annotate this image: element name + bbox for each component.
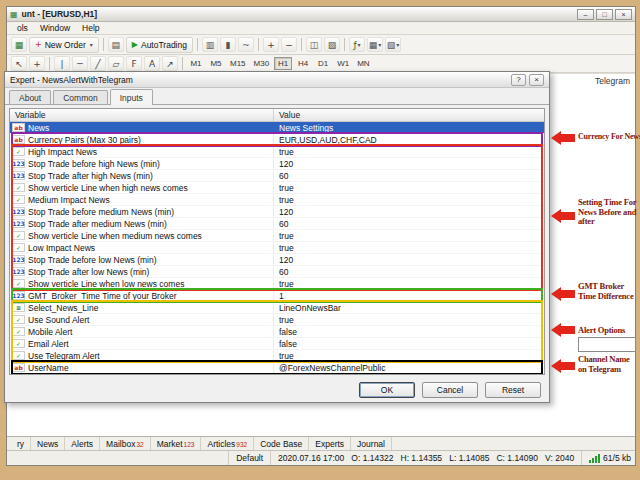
variable-value[interactable]: true: [274, 147, 544, 157]
input-row-14[interactable]: ✓Show verticle Line when low news comest…: [10, 278, 544, 290]
cancel-button[interactable]: Cancel: [422, 382, 478, 398]
variable-value[interactable]: true: [274, 351, 544, 361]
window-titlebar[interactable]: ▦ unt - [EURUSD,H1] –□×: [7, 7, 635, 22]
timeframe-h1[interactable]: H1: [274, 57, 292, 70]
menu-item-help[interactable]: Help: [76, 23, 105, 33]
input-row-20[interactable]: ✓Use Telegram Alerttrue: [10, 350, 544, 362]
templates-icon[interactable]: ▧▾: [385, 37, 401, 52]
tab-about[interactable]: About: [9, 90, 51, 104]
status-profile[interactable]: Default: [229, 451, 271, 465]
terminal-tab-articles[interactable]: Articles932: [201, 437, 254, 450]
vertical-line-icon[interactable]: |: [54, 56, 70, 71]
equidistant-channel-icon[interactable]: ▱: [108, 56, 124, 71]
input-row-21[interactable]: abUserName@ForexNewsChannelPublic: [10, 362, 544, 374]
variable-value[interactable]: true: [274, 243, 544, 253]
terminal-tab-alerts[interactable]: Alerts: [65, 437, 100, 450]
input-row-18[interactable]: ✓Mobile Alertfalse: [10, 326, 544, 338]
variable-value[interactable]: 60: [274, 171, 544, 181]
profiles-icon[interactable]: ▤: [108, 37, 124, 52]
restore-button[interactable]: □: [596, 9, 613, 20]
variable-value[interactable]: true: [274, 231, 544, 241]
variable-value[interactable]: 60: [274, 219, 544, 229]
variable-value[interactable]: EUR,USD,AUD,CHF,CAD: [274, 135, 544, 145]
close-button[interactable]: ×: [615, 9, 632, 20]
text-label-icon[interactable]: A: [144, 56, 160, 71]
terminal-tab-market[interactable]: Market123: [151, 437, 202, 450]
timeframe-m1[interactable]: M1: [187, 57, 205, 70]
variable-value[interactable]: LineOnNewsBar: [274, 303, 544, 313]
candlestick-chart-icon[interactable]: ▮: [220, 37, 236, 52]
terminal-tab-journal[interactable]: Journal: [351, 437, 392, 450]
timeframe-m15[interactable]: M15: [227, 57, 249, 70]
trendline-icon[interactable]: ╱: [90, 56, 106, 71]
input-row-6[interactable]: ✓Show verticle Line when high news comes…: [10, 182, 544, 194]
horizontal-line-icon[interactable]: ─: [72, 56, 88, 71]
timeframe-w1[interactable]: W1: [334, 57, 352, 70]
new-order-button[interactable]: +New Order▾: [29, 37, 99, 53]
dialog-help-button[interactable]: ?: [511, 74, 526, 86]
cascade-windows-icon[interactable]: ▨: [324, 37, 340, 52]
autotrading-button[interactable]: ▶AutoTrading: [126, 37, 193, 53]
minimize-button[interactable]: –: [577, 9, 594, 20]
terminal-tab-news[interactable]: News: [31, 437, 65, 450]
menu-item-window[interactable]: Window: [34, 23, 76, 33]
new-chart-icon[interactable]: ▦: [11, 37, 27, 52]
indicators-icon[interactable]: ƒ▾: [349, 37, 365, 52]
input-row-17[interactable]: ✓Use Sound Alerttrue: [10, 314, 544, 326]
input-row-2[interactable]: abCurrency Pairs (Max 30 pairs)EUR,USD,A…: [10, 134, 544, 146]
timeframe-h4[interactable]: H4: [294, 57, 312, 70]
tab-inputs[interactable]: Inputs: [110, 89, 153, 105]
terminal-tab-code-base[interactable]: Code Base: [254, 437, 309, 450]
input-row-16[interactable]: ≡Select_News_LineLineOnNewsBar: [10, 302, 544, 314]
variable-value[interactable]: false: [274, 339, 544, 349]
input-row-11[interactable]: ✓Low Impact Newstrue: [10, 242, 544, 254]
tab-common[interactable]: Common: [53, 90, 107, 104]
input-row-13[interactable]: 123Stop Trade after low News (min)60: [10, 266, 544, 278]
input-row-3[interactable]: ✓High Impact Newstrue: [10, 146, 544, 158]
timeframe-m30[interactable]: M30: [251, 57, 273, 70]
variable-value[interactable]: true: [274, 183, 544, 193]
input-row-8[interactable]: 123Stop Trade before medium News (min)12…: [10, 206, 544, 218]
ok-button[interactable]: OK: [359, 382, 415, 398]
zoom-out-icon[interactable]: −: [281, 37, 297, 52]
variable-value[interactable]: 120: [274, 255, 544, 265]
zoom-in-icon[interactable]: +: [263, 37, 279, 52]
variable-value[interactable]: 60: [274, 267, 544, 277]
cursor-icon[interactable]: ↖: [11, 56, 27, 71]
tile-windows-icon[interactable]: ◫: [306, 37, 322, 52]
input-row-7[interactable]: ✓Medium Impact Newstrue: [10, 194, 544, 206]
bar-chart-icon[interactable]: ▥: [202, 37, 218, 52]
reset-button[interactable]: Reset: [485, 382, 541, 398]
periods-icon[interactable]: ▦▾: [367, 37, 383, 52]
variable-value[interactable]: 120: [274, 159, 544, 169]
variable-value[interactable]: @ForexNewsChannelPublic: [274, 363, 544, 373]
input-row-5[interactable]: 123Stop Trade after high News (min)60: [10, 170, 544, 182]
terminal-tab-experts[interactable]: Experts: [309, 437, 351, 450]
crosshair-icon[interactable]: +: [29, 56, 45, 71]
line-chart-icon[interactable]: ~: [238, 37, 254, 52]
timeframe-mn[interactable]: MN: [354, 57, 372, 70]
menu-item-ols[interactable]: ols: [11, 23, 34, 33]
variable-value[interactable]: 1: [274, 291, 544, 301]
fibonacci-icon[interactable]: F: [126, 56, 142, 71]
column-header-value[interactable]: Value: [274, 109, 544, 121]
input-row-9[interactable]: 123Stop Trade after medium News (min)60: [10, 218, 544, 230]
terminal-tab-mailbox[interactable]: Mailbox32: [100, 437, 151, 450]
input-row-10[interactable]: ✓Show verticle Line when medium news com…: [10, 230, 544, 242]
variable-value[interactable]: false: [274, 327, 544, 337]
input-row-12[interactable]: 123Stop Trade before low News (min)120: [10, 254, 544, 266]
variable-value[interactable]: true: [274, 315, 544, 325]
timeframe-m5[interactable]: M5: [207, 57, 225, 70]
variable-value[interactable]: News Settings: [274, 123, 544, 133]
variable-value[interactable]: 120: [274, 207, 544, 217]
dialog-titlebar[interactable]: Expert - NewsAlertWithTelegram ? ×: [5, 72, 549, 88]
input-row-4[interactable]: 123Stop Trade before high News (min)120: [10, 158, 544, 170]
input-row-19[interactable]: ✓Email Alertfalse: [10, 338, 544, 350]
input-row-15[interactable]: 123GMT_Broker_Time Time of your Broker1: [10, 290, 544, 302]
variable-value[interactable]: true: [274, 279, 544, 289]
input-row-1[interactable]: abNewsNews Settings: [10, 122, 544, 134]
dialog-close-button[interactable]: ×: [529, 74, 544, 86]
terminal-tab-ry[interactable]: ry: [11, 437, 31, 450]
timeframe-d1[interactable]: D1: [314, 57, 332, 70]
arrow-objects-icon[interactable]: ↗: [162, 56, 178, 71]
